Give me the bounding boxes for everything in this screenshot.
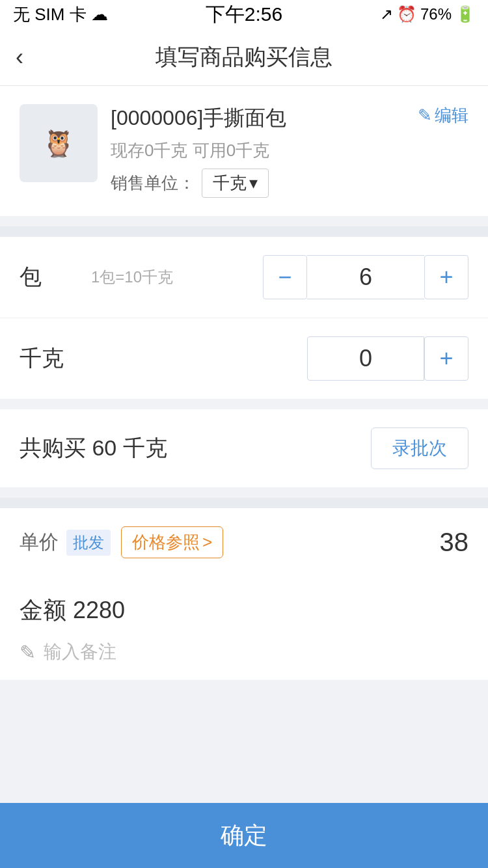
unit-value: 千克 bbox=[213, 172, 247, 195]
package-section: 包 1包=10千克 − + 千克 + bbox=[0, 237, 488, 399]
sim-status: 无 SIM 卡 ☁ bbox=[13, 3, 108, 26]
content-spacer bbox=[0, 680, 488, 803]
product-stock: 现存0千克 可用0千克 bbox=[111, 139, 468, 162]
product-info-top: [0000006]手撕面包 ✎ 编辑 bbox=[111, 104, 468, 139]
kg-stepper: + bbox=[307, 336, 468, 381]
location-icon: ↗ bbox=[380, 5, 393, 23]
package-row: 包 1包=10千克 − + bbox=[0, 237, 488, 318]
kg-input[interactable] bbox=[307, 336, 424, 381]
product-logo: 🦉 bbox=[42, 128, 75, 159]
edit-button[interactable]: ✎ 编辑 bbox=[418, 104, 468, 127]
edit-label: 编辑 bbox=[435, 104, 468, 127]
price-ref-arrow: > bbox=[202, 532, 212, 552]
separator-1 bbox=[0, 226, 488, 237]
nav-bar: ‹ 填写商品购买信息 bbox=[0, 29, 488, 86]
product-image: 🦉 bbox=[20, 104, 98, 182]
remark-placeholder: 输入备注 bbox=[44, 640, 116, 664]
total-text: 共购买 60 千克 bbox=[20, 433, 167, 463]
kg-plus-button[interactable]: + bbox=[424, 336, 468, 381]
remark-row[interactable]: ✎ 输入备注 bbox=[20, 637, 468, 667]
edit-icon: ✎ bbox=[418, 105, 432, 126]
status-time: 下午2:56 bbox=[206, 1, 282, 28]
kg-label: 千克 bbox=[20, 344, 85, 373]
package-hint: 1包=10千克 bbox=[91, 267, 173, 288]
amount-text: 金额 2280 bbox=[20, 595, 468, 627]
amount-section: 金额 2280 ✎ 输入备注 bbox=[0, 576, 488, 680]
back-button[interactable]: ‹ bbox=[16, 44, 23, 71]
package-input[interactable] bbox=[307, 255, 424, 299]
product-info: [0000006]手撕面包 ✎ 编辑 现存0千克 可用0千克 销售单位： 千克 … bbox=[111, 104, 468, 198]
status-right: ↗ ⏰ 76% 🔋 bbox=[380, 5, 475, 23]
price-section: 单价 批发 价格参照 > 38 bbox=[0, 508, 488, 576]
total-row: 共购买 60 千克 录批次 bbox=[0, 409, 488, 487]
amount-label: 金额 bbox=[20, 597, 73, 623]
dropdown-icon: ▾ bbox=[249, 173, 258, 193]
alarm-icon: ⏰ bbox=[397, 5, 416, 23]
product-unit-row: 销售单位： 千克 ▾ bbox=[111, 169, 468, 198]
status-left: 无 SIM 卡 ☁ bbox=[13, 3, 108, 26]
package-label: 包 bbox=[20, 262, 85, 292]
product-name: [0000006]手撕面包 bbox=[111, 104, 286, 133]
price-tag: 批发 bbox=[66, 530, 111, 556]
batch-button[interactable]: 录批次 bbox=[371, 427, 468, 469]
package-minus-button[interactable]: − bbox=[263, 255, 307, 299]
unit-select[interactable]: 千克 ▾ bbox=[202, 169, 269, 198]
confirm-button[interactable]: 确定 bbox=[0, 803, 488, 868]
price-ref-button[interactable]: 价格参照 > bbox=[121, 526, 223, 558]
price-label: 单价 bbox=[20, 529, 59, 556]
remark-icon: ✎ bbox=[20, 641, 36, 664]
battery-text: 76% bbox=[420, 5, 452, 23]
price-row: 单价 批发 价格参照 > 38 bbox=[20, 526, 468, 558]
content-area: 🦉 [0000006]手撕面包 ✎ 编辑 现存0千克 可用0千克 销售单位： 千… bbox=[0, 86, 488, 803]
status-bar: 无 SIM 卡 ☁ 下午2:56 ↗ ⏰ 76% 🔋 bbox=[0, 0, 488, 29]
kg-row: 千克 + bbox=[0, 318, 488, 399]
unit-label: 销售单位： bbox=[111, 172, 195, 195]
product-card: 🦉 [0000006]手撕面包 ✎ 编辑 现存0千克 可用0千克 销售单位： 千… bbox=[0, 86, 488, 216]
page-title: 填写商品购买信息 bbox=[156, 42, 332, 72]
amount-value: 2280 bbox=[73, 597, 125, 623]
battery-icon: 🔋 bbox=[455, 5, 475, 23]
package-stepper: − + bbox=[263, 255, 468, 299]
price-value: 38 bbox=[440, 528, 469, 557]
price-ref-label: 价格参照 bbox=[132, 531, 200, 554]
package-plus-button[interactable]: + bbox=[424, 255, 468, 299]
separator-2 bbox=[0, 498, 488, 508]
